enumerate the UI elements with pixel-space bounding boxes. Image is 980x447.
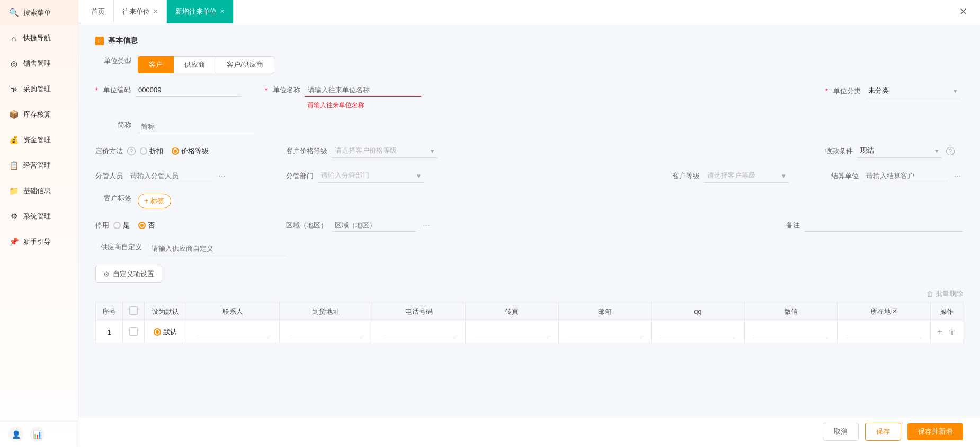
cell-checkbox — [123, 321, 144, 343]
sidebar-bottom-icon1[interactable]: 👤 — [8, 427, 23, 442]
form-content: F 基本信息 单位类型 客户 供应商 客户/供应商 * 单位编码 * — [78, 23, 980, 416]
section-header: F 基本信息 — [95, 36, 963, 46]
batch-delete-btn[interactable]: 🗑 批量删除 — [926, 289, 963, 299]
delete-row-btn[interactable]: 🗑 — [948, 328, 956, 336]
tab-home-label: 首页 — [91, 7, 105, 16]
sidebar-item-operations[interactable]: 📋 经营管理 — [0, 153, 78, 178]
tab-new-partner[interactable]: 新增往来单位 ✕ — [167, 0, 234, 23]
disabled-yes-label: 是 — [123, 221, 130, 230]
pricing-level-label: 价格等级 — [181, 146, 209, 156]
tab-partner[interactable]: 往来单位 ✕ — [114, 0, 167, 23]
sidebar-item-finance[interactable]: 💰 资金管理 — [0, 127, 78, 153]
fax-input[interactable] — [475, 326, 549, 338]
contact-input[interactable] — [195, 326, 270, 338]
code-input[interactable] — [135, 84, 241, 97]
batch-delete-icon: 🗑 — [926, 290, 933, 298]
category-select[interactable]: 未分类 ▾ — [865, 84, 960, 98]
table-actions: 🗑 批量删除 — [95, 289, 963, 299]
region-table-input[interactable] — [847, 326, 921, 338]
home-icon: ⌂ — [8, 33, 19, 43]
manager-group: 分管人员 ··· — [95, 170, 265, 182]
address-input[interactable] — [289, 326, 363, 338]
save-new-button[interactable]: 保存并新增 — [907, 423, 963, 440]
abbr-input[interactable] — [138, 120, 254, 133]
payment-terms-select[interactable]: 现结 ▾ — [857, 144, 942, 158]
sidebar-bottom-icon2[interactable]: 📊 — [30, 427, 44, 442]
abbr-row: 简称 — [95, 120, 963, 133]
customer-price-level-select[interactable]: 请选择客户价格等级 ▾ — [332, 144, 438, 158]
unit-type-both-btn[interactable]: 客户/供应商 — [216, 56, 274, 73]
cell-phone[interactable] — [372, 321, 466, 343]
sidebar-item-system[interactable]: ⚙ 系统管理 — [0, 204, 78, 229]
pricing-level-circle — [172, 147, 179, 155]
sidebar-item-purchase[interactable]: 🛍 采购管理 — [0, 76, 78, 102]
unit-type-supplier-btn[interactable]: 供应商 — [174, 56, 216, 73]
pricing-level-radio[interactable]: 价格等级 — [172, 146, 209, 156]
sidebar-item-finance-label: 资金管理 — [23, 135, 51, 145]
cell-region[interactable] — [838, 321, 931, 343]
settlement-input[interactable] — [863, 170, 948, 182]
cell-wechat[interactable] — [744, 321, 838, 343]
sidebar-item-basic[interactable]: 📁 基础信息 — [0, 178, 78, 204]
settlement-more-btn[interactable]: ··· — [952, 171, 963, 181]
cancel-button[interactable]: 取消 — [823, 423, 859, 441]
tab-home[interactable]: 首页 — [83, 0, 114, 23]
qq-input[interactable] — [661, 326, 735, 338]
th-checkbox — [123, 302, 144, 321]
cell-contact[interactable] — [186, 321, 280, 343]
add-row-btn[interactable]: + — [937, 327, 942, 336]
disabled-yes-radio[interactable]: 是 — [113, 221, 130, 230]
region-input[interactable] — [332, 219, 416, 232]
settlement-group: 结算单位 ··· — [831, 170, 963, 182]
customer-level-placeholder: 请选择客户等级 — [707, 171, 755, 180]
add-tag-button[interactable]: + 标签 — [138, 194, 171, 208]
cell-seq: 1 — [96, 321, 123, 343]
newbie-icon: 📌 — [8, 236, 19, 247]
manager-input[interactable] — [127, 170, 212, 182]
email-input[interactable] — [568, 326, 642, 338]
row-checkbox[interactable] — [129, 327, 138, 336]
th-default: 设为默认 — [144, 302, 186, 321]
code-name-category-row: * 单位编码 * 单位名称 请输入往来单位名称 * 单位分类 未分类 — [95, 84, 963, 110]
default-radio-circle — [154, 328, 161, 336]
unit-type-customer-btn[interactable]: 客户 — [138, 56, 174, 73]
pricing-help-icon[interactable]: ? — [127, 147, 136, 155]
name-error-msg: 请输入往来单位名称 — [307, 101, 364, 109]
save-button[interactable]: 保存 — [865, 423, 901, 441]
pricing-discount-radio[interactable]: 折扣 — [140, 146, 163, 156]
name-input[interactable] — [305, 84, 421, 97]
payment-terms-help-icon[interactable]: ? — [946, 147, 955, 155]
tab-partner-close[interactable]: ✕ — [153, 8, 158, 15]
sidebar-bottom: 👤 📊 — [0, 421, 78, 447]
cell-qq[interactable] — [652, 321, 745, 343]
contacts-table: 序号 设为默认 联系人 到货地址 电话号码 传真 邮箱 qq 微信 所在地区 操… — [95, 302, 963, 343]
sidebar-item-newbie[interactable]: 📌 新手引导 — [0, 229, 78, 255]
system-icon: ⚙ — [8, 211, 19, 222]
cell-address[interactable] — [279, 321, 372, 343]
manager-more-btn[interactable]: ··· — [216, 171, 227, 181]
customer-level-select[interactable]: 请选择客户等级 ▾ — [704, 169, 789, 183]
sidebar-item-quicknav[interactable]: ⌂ 快捷导航 — [0, 25, 78, 51]
select-all-checkbox[interactable] — [129, 306, 138, 315]
sidebar-item-sales[interactable]: ◎ 销售管理 — [0, 51, 78, 76]
payment-terms-label: 收款条件 — [825, 146, 853, 156]
tab-bar: 首页 往来单位 ✕ 新增往来单位 ✕ ✕ — [78, 0, 980, 23]
cell-email[interactable] — [558, 321, 652, 343]
sidebar-item-inventory[interactable]: 📦 库存核算 — [0, 102, 78, 127]
dept-placeholder: 请输入分管部门 — [321, 171, 369, 180]
dept-select[interactable]: 请输入分管部门 ▾ — [318, 169, 424, 183]
inventory-icon: 📦 — [8, 109, 19, 120]
custom-settings-button[interactable]: ⚙ 自定义项设置 — [95, 266, 162, 283]
wechat-input[interactable] — [754, 326, 828, 338]
supplier-custom-input[interactable] — [148, 242, 286, 255]
sidebar-item-search[interactable]: 🔍 搜索菜单 — [0, 0, 78, 25]
tab-new-partner-close[interactable]: ✕ — [220, 8, 225, 15]
operations-icon: 📋 — [8, 160, 19, 171]
default-radio[interactable]: 默认 — [150, 327, 181, 337]
cell-fax[interactable] — [465, 321, 558, 343]
window-close-button[interactable]: ✕ — [951, 6, 976, 17]
remark-input[interactable] — [804, 219, 963, 232]
region-more-btn[interactable]: ··· — [421, 221, 432, 230]
disabled-no-radio[interactable]: 否 — [138, 221, 155, 230]
phone-input[interactable] — [382, 326, 456, 338]
